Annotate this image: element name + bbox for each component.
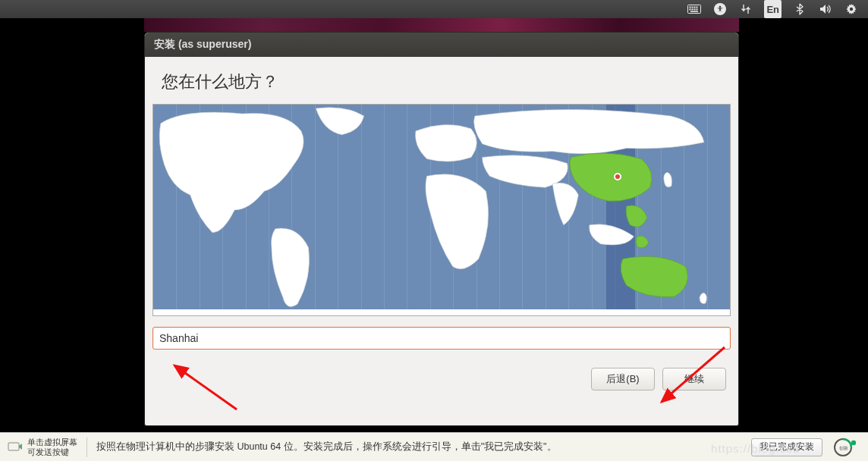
svg-rect-5	[690, 9, 691, 11]
svg-rect-1	[690, 7, 691, 8]
svg-rect-6	[692, 9, 693, 11]
gear-icon[interactable]	[844, 0, 859, 18]
svg-rect-7	[694, 9, 696, 11]
svg-rect-12	[8, 443, 19, 450]
svg-rect-3	[694, 7, 696, 8]
timezone-input[interactable]	[153, 327, 731, 350]
finish-install-button[interactable]: 我已完成安装	[751, 438, 822, 456]
desktop-wallpaper-strip	[144, 18, 739, 32]
vm-instruction: 按照在物理计算机中的步骤安装 Ubuntu 64 位。安装完成后，操作系统会进行…	[96, 441, 742, 453]
window-titlebar[interactable]: 安装 (as superuser)	[145, 33, 738, 57]
window-title: 安装 (as superuser)	[154, 38, 251, 52]
volume-icon[interactable]	[818, 0, 833, 18]
vm-hint-line1: 单击虚拟屏幕	[27, 437, 77, 447]
network-icon[interactable]	[738, 0, 753, 18]
back-button[interactable]: 后退(B)	[591, 368, 655, 390]
separator	[86, 437, 87, 457]
svg-rect-4	[697, 7, 698, 8]
ubuntu-menubar: En	[0, 0, 868, 18]
continue-button[interactable]: 继续	[662, 368, 726, 390]
accessibility-icon[interactable]	[712, 0, 728, 18]
svg-point-14	[851, 440, 856, 444]
location-marker	[614, 173, 621, 180]
page-heading: 您在什么地方？	[162, 71, 722, 93]
vm-screen-area: En 安装 (as superuser) 您在什么地方？	[0, 0, 868, 432]
svg-rect-8	[697, 9, 698, 11]
vm-hint-line2: 可发送按键	[27, 447, 77, 456]
timezone-map[interactable]	[153, 104, 731, 316]
keyboard-icon[interactable]	[687, 0, 702, 18]
brand-logo: 创新	[832, 436, 860, 459]
installer-window: 安装 (as superuser) 您在什么地方？	[144, 32, 739, 426]
svg-rect-9	[690, 11, 698, 13]
svg-text:创新: 创新	[839, 445, 848, 450]
vm-hint[interactable]: 单击虚拟屏幕 可发送按键	[8, 437, 77, 456]
svg-point-10	[719, 6, 722, 8]
svg-rect-2	[692, 7, 693, 8]
world-landmasses	[153, 105, 730, 315]
language-indicator[interactable]: En	[764, 0, 782, 18]
svg-point-11	[850, 8, 853, 11]
bluetooth-icon[interactable]	[792, 0, 807, 18]
vmware-status-bar: 单击虚拟屏幕 可发送按键 按照在物理计算机中的步骤安装 Ubuntu 64 位。…	[0, 432, 868, 461]
